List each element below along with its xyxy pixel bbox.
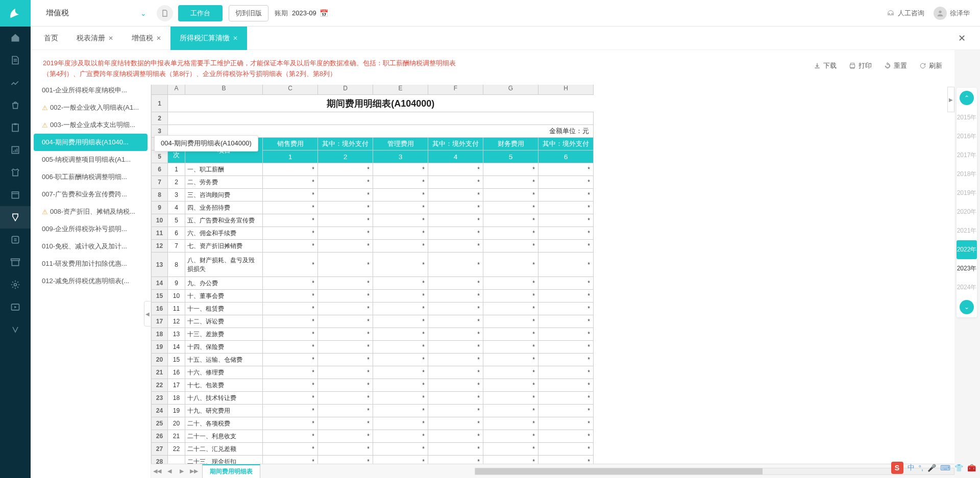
cell[interactable]: *	[263, 379, 318, 392]
cell[interactable]: *	[483, 163, 538, 176]
cell[interactable]: *	[318, 366, 373, 379]
cell[interactable]: *	[483, 277, 538, 290]
reset-button[interactable]: 重置	[884, 61, 907, 70]
row-index[interactable]: 3	[168, 189, 185, 202]
tab-1[interactable]: 税表清册✕	[67, 27, 122, 50]
cell[interactable]: *	[428, 277, 483, 290]
cell[interactable]: *	[263, 214, 318, 227]
cell[interactable]: *	[538, 290, 594, 303]
tree-item-10[interactable]: 011-研发费用加计扣除优惠...	[31, 255, 151, 272]
cell[interactable]: *	[373, 456, 428, 464]
cell[interactable]: *	[318, 303, 373, 315]
cell[interactable]: *	[263, 163, 318, 176]
cell[interactable]: *	[428, 189, 483, 202]
cell[interactable]: *	[483, 328, 538, 341]
download-button[interactable]: 下载	[814, 61, 837, 70]
year-2017年[interactable]: 2017年	[957, 146, 977, 165]
row-item[interactable]: 四、业务招待费	[185, 202, 263, 214]
cell[interactable]: *	[483, 303, 538, 315]
cell[interactable]: *	[373, 328, 428, 341]
cell[interactable]: *	[263, 277, 318, 290]
cell[interactable]: *	[428, 379, 483, 392]
row-index[interactable]: 14	[168, 341, 185, 354]
calendar-icon[interactable]: 📅	[320, 9, 328, 17]
cell[interactable]: *	[538, 214, 594, 227]
row-head-24[interactable]: 24	[152, 405, 168, 417]
year-2018年[interactable]: 2018年	[957, 165, 977, 184]
cell[interactable]: *	[538, 417, 594, 430]
cell[interactable]: *	[483, 405, 538, 417]
tree-item-2[interactable]: ⚠003-一般企业成本支出明细...	[31, 116, 151, 134]
cell[interactable]: *	[483, 202, 538, 214]
cell[interactable]: *	[483, 392, 538, 405]
row-head-14[interactable]: 14	[152, 277, 168, 290]
cell[interactable]: *	[318, 240, 373, 253]
cell[interactable]: *	[538, 456, 594, 464]
ime-tool-icon[interactable]: 🧰	[967, 464, 976, 472]
row-head-16[interactable]: 16	[152, 303, 168, 315]
nav-home-icon[interactable]	[0, 27, 31, 49]
horizontal-scrollbar[interactable]	[475, 468, 954, 475]
tree-item-9[interactable]: 010-免税、减计收入及加计...	[31, 238, 151, 255]
row-item[interactable]: 二、劳务费	[185, 176, 263, 189]
cell[interactable]: *	[373, 354, 428, 366]
row-index[interactable]: 19	[168, 405, 185, 417]
row-index[interactable]: 15	[168, 354, 185, 366]
cell[interactable]: *	[263, 443, 318, 456]
row-index[interactable]: 9	[168, 277, 185, 290]
cell[interactable]: *	[538, 430, 594, 443]
cell[interactable]: *	[428, 253, 483, 277]
cell[interactable]: *	[538, 189, 594, 202]
nav-chart-icon[interactable]	[0, 71, 31, 94]
cell[interactable]: *	[428, 430, 483, 443]
nav-v-icon[interactable]	[0, 318, 31, 341]
cell[interactable]: *	[373, 202, 428, 214]
nav-report-icon[interactable]	[0, 139, 31, 161]
ime-keyboard-icon[interactable]: ⌨	[940, 464, 950, 472]
row-head-28[interactable]: 28	[152, 456, 168, 464]
row-head-22[interactable]: 22	[152, 379, 168, 392]
tree-item-7[interactable]: ⚠008-资产折旧、摊销及纳税...	[31, 203, 151, 220]
tab-close-icon[interactable]: ✕	[156, 35, 161, 42]
cell[interactable]: *	[538, 240, 594, 253]
row-index[interactable]: 5	[168, 214, 185, 227]
cell[interactable]: *	[428, 443, 483, 456]
row-head-20[interactable]: 20	[152, 354, 168, 366]
user-menu[interactable]: 徐泽华	[934, 7, 970, 20]
cell[interactable]: *	[373, 303, 428, 315]
row-head-15[interactable]: 15	[152, 290, 168, 303]
row-item[interactable]: 十五、运输、仓储费	[185, 354, 263, 366]
cell[interactable]: *	[428, 290, 483, 303]
cell[interactable]: *	[263, 303, 318, 315]
row-item[interactable]: 十八、技术转让费	[185, 392, 263, 405]
year-2022年[interactable]: 2022年	[957, 240, 977, 259]
nav-transfer-icon[interactable]	[0, 229, 31, 251]
row-head-5[interactable]: 5	[152, 150, 168, 163]
cell[interactable]: *	[318, 253, 373, 277]
cell[interactable]: *	[318, 163, 373, 176]
row-item[interactable]: 十三、差旅费	[185, 328, 263, 341]
cell[interactable]: *	[483, 417, 538, 430]
row-head-13[interactable]: 13	[152, 253, 168, 277]
cell[interactable]: *	[263, 456, 318, 464]
cell[interactable]: *	[263, 227, 318, 240]
row-head-10[interactable]: 10	[152, 214, 168, 227]
cell[interactable]: *	[318, 430, 373, 443]
cell[interactable]: *	[318, 290, 373, 303]
cell[interactable]: *	[538, 443, 594, 456]
cell[interactable]: *	[538, 341, 594, 354]
cell[interactable]: *	[483, 456, 538, 464]
cell[interactable]: *	[373, 253, 428, 277]
cell[interactable]: *	[538, 202, 594, 214]
cell[interactable]: *	[483, 176, 538, 189]
cell[interactable]: *	[428, 202, 483, 214]
cell[interactable]: *	[428, 366, 483, 379]
row-index[interactable]: 11	[168, 303, 185, 315]
row-head-21[interactable]: 21	[152, 366, 168, 379]
row-item[interactable]: 七、资产折旧摊销费	[185, 240, 263, 253]
row-index[interactable]: 7	[168, 240, 185, 253]
expand-right-handle[interactable]: ▶	[947, 87, 954, 112]
tab-2[interactable]: 增值税✕	[122, 27, 170, 50]
row-index[interactable]: 21	[168, 430, 185, 443]
cell[interactable]: *	[318, 379, 373, 392]
